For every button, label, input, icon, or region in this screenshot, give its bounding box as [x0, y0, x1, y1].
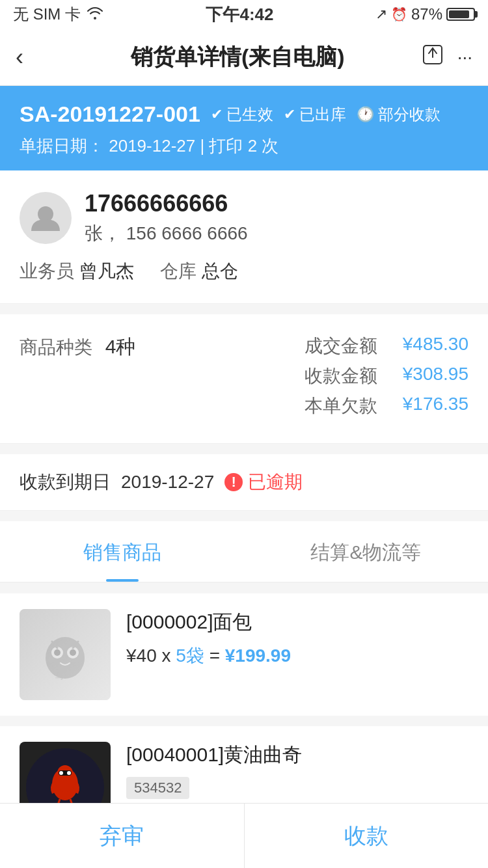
tab-products[interactable]: 销售商品 [0, 521, 244, 582]
user-avatar-icon [29, 201, 62, 235]
product-image-1: 鸟+ [20, 609, 111, 700]
due-date-section: 收款到期日 2019-12-27 ! 已逾期 [0, 454, 488, 511]
product-info-1: [0000002]面包 ¥40 x 5袋 = ¥199.99 [126, 609, 468, 668]
svg-point-13 [67, 771, 71, 775]
order-date-row: 单据日期： 2019-12-27 | 打印 2 次 [20, 135, 468, 157]
svg-point-6 [70, 649, 76, 656]
received-row: 收款金额 ¥308.95 [305, 364, 468, 388]
product-price-1: ¥40 x 5袋 = ¥199.99 [126, 644, 468, 668]
customer-row: 17666666666 张， 156 6666 6666 [20, 190, 468, 246]
nav-actions: ··· [421, 43, 472, 71]
export-button[interactable] [421, 43, 444, 71]
debt-row: 本单欠款 ¥176.35 [305, 394, 468, 418]
due-date-label: 收款到期日 [20, 470, 111, 495]
customer-phone: 张， 156 6666 6666 [85, 221, 248, 246]
order-banner: SA-20191227-001 ✔ 已生效 ✔ 已出库 🕐 部分收款 单据日期：… [0, 86, 488, 170]
product-badge-2: 534532 [126, 777, 189, 799]
due-date-value: 2019-12-27 [121, 472, 214, 493]
nav-bar: ‹ 销货单详情(来自电脑) ··· [0, 29, 488, 86]
status-shipped: ✔ 已出库 [284, 104, 346, 125]
svg-point-5 [54, 649, 61, 656]
financial-stats: 成交金额 ¥485.30 收款金额 ¥308.95 本单欠款 ¥176.35 [305, 334, 468, 424]
battery-icon [446, 8, 475, 21]
warehouse: 仓库 总仓 [160, 259, 238, 284]
order-id: SA-20191227-001 [20, 102, 200, 127]
list-item: 鸟+ [0000002]面包 ¥40 x 5袋 = ¥199.99 [0, 593, 488, 716]
avatar [20, 192, 72, 244]
svg-text:鸟+: 鸟+ [55, 671, 68, 681]
product-name-2: [00040001]黄油曲奇 [126, 742, 468, 768]
amount-row: 成交金额 ¥485.30 [305, 334, 468, 359]
sales-person: 业务员 曾凡杰 [20, 259, 134, 284]
product-count: 商品种类 4种 [20, 334, 135, 360]
check-icon-1: ✔ [211, 106, 223, 123]
cancel-button[interactable]: 弃审 [0, 804, 245, 868]
status-effective: ✔ 已生效 [211, 104, 273, 125]
tab-settlement[interactable]: 结算&物流等 [244, 521, 488, 582]
clock-icon: 🕐 [357, 106, 374, 123]
check-icon-2: ✔ [284, 106, 295, 123]
more-button[interactable]: ··· [457, 47, 472, 68]
customer-section: 17666666666 张， 156 6666 6666 业务员 曾凡杰 仓库 … [0, 170, 488, 304]
wifi-icon [86, 5, 104, 23]
page-title: 销货单详情(来自电脑) [55, 42, 421, 72]
status-bar: 无 SIM 卡 下午4:42 ↗ ⏰ 87% [0, 0, 488, 29]
svg-point-12 [59, 771, 63, 775]
product-name-1: [0000002]面包 [126, 609, 468, 636]
order-status-row: SA-20191227-001 ✔ 已生效 ✔ 已出库 🕐 部分收款 [20, 102, 468, 127]
owl-icon: 鸟+ [36, 625, 94, 684]
status-left: 无 SIM 卡 [13, 4, 104, 25]
stats-section: 商品种类 4种 成交金额 ¥485.30 收款金额 ¥308.95 本单欠款 ¥… [0, 314, 488, 444]
battery-percent: 87% [411, 5, 442, 23]
product-placeholder-1: 鸟+ [20, 609, 111, 700]
customer-info: 17666666666 张， 156 6666 6666 [85, 190, 248, 246]
overdue-badge: ! 已逾期 [224, 470, 303, 495]
overdue-icon: ! [224, 473, 243, 491]
location-icon: ↗ [375, 6, 387, 23]
alarm-icon: ⏰ [391, 7, 407, 22]
customer-meta: 业务员 曾凡杰 仓库 总仓 [20, 259, 468, 284]
back-button[interactable]: ‹ [16, 44, 55, 71]
status-partial-payment: 🕐 部分收款 [357, 104, 441, 125]
bottom-bar: 弃审 收款 [0, 803, 488, 868]
status-right: ↗ ⏰ 87% [375, 5, 475, 23]
carrier-label: 无 SIM 卡 [13, 4, 81, 25]
confirm-button[interactable]: 收款 [245, 804, 489, 868]
overdue-text: 已逾期 [248, 470, 303, 495]
tabs-section: 销售商品 结算&物流等 [0, 521, 488, 583]
status-time: 下午4:42 [206, 3, 273, 26]
customer-name: 17666666666 [85, 190, 248, 217]
stats-row: 商品种类 4种 成交金额 ¥485.30 收款金额 ¥308.95 本单欠款 ¥… [20, 334, 468, 424]
